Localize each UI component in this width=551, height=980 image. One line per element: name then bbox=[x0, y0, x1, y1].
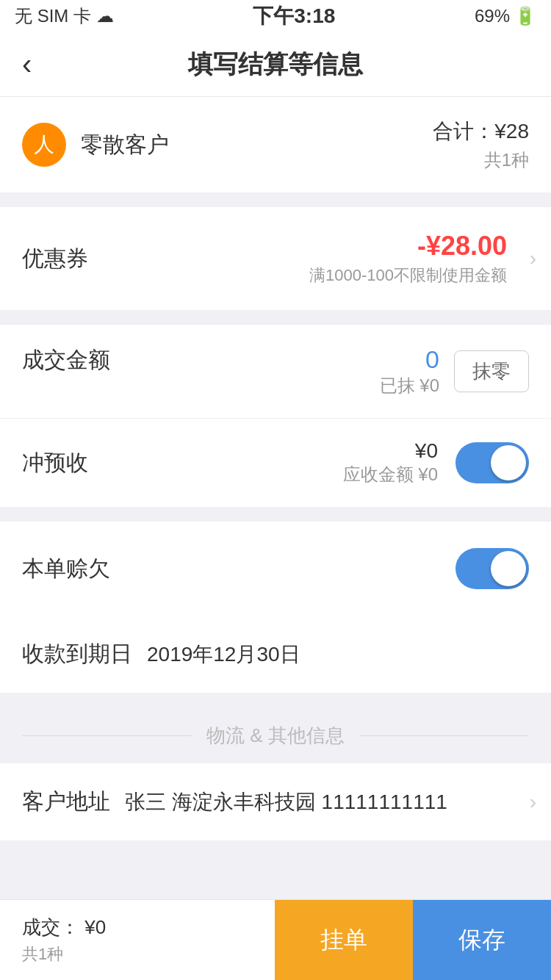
credit-section: 本单赊欠 收款到期日 2019年12月30日 bbox=[0, 522, 551, 693]
coupon-section: 优惠券 -¥28.00 满1000-100不限制使用金额 › bbox=[0, 207, 551, 310]
round-button[interactable]: 抹零 bbox=[454, 350, 529, 392]
logistics-divider: 物流 & 其他信息 bbox=[22, 723, 529, 749]
logistics-line-left bbox=[22, 735, 192, 736]
address-row[interactable]: 客户地址 张三 海淀永丰科技园 11111111111 › bbox=[0, 763, 551, 840]
back-button[interactable]: ‹ bbox=[22, 48, 32, 81]
customer-row: 人 零散客户 合计：¥28 共1种 bbox=[0, 97, 551, 192]
amount-right: 0 已抹 ¥0 抹零 bbox=[380, 345, 529, 397]
chevron-right-icon: › bbox=[530, 247, 536, 270]
customer-count: 共1种 bbox=[433, 148, 529, 172]
save-button[interactable]: 保存 bbox=[413, 900, 551, 980]
sim-status: 无 SIM 卡 ☁ bbox=[15, 4, 114, 28]
avatar-icon: 人 bbox=[34, 131, 54, 159]
coupon-sub: 满1000-100不限制使用金额 bbox=[309, 264, 507, 287]
battery-icon: 🔋 bbox=[514, 6, 536, 26]
due-date-value: 2019年12月30日 bbox=[147, 641, 529, 669]
bottom-transaction: 成交： ¥0 bbox=[22, 915, 253, 940]
coupon-label: 优惠券 bbox=[22, 244, 88, 274]
status-right: 69% 🔋 bbox=[475, 6, 536, 26]
amount-col: 0 已抹 ¥0 bbox=[380, 345, 439, 397]
main-content: 人 零散客户 合计：¥28 共1种 优惠券 -¥28.00 满1000-100不… bbox=[0, 97, 551, 929]
status-bar: 无 SIM 卡 ☁ 下午3:18 69% 🔋 bbox=[0, 0, 551, 32]
avatar: 人 bbox=[22, 123, 66, 167]
bottom-count: 共1种 bbox=[22, 943, 253, 965]
pre-receive-toggle[interactable] bbox=[455, 442, 529, 483]
amount-section: 成交金额 0 已抹 ¥0 抹零 冲预收 ¥0 应收金额 ¥0 bbox=[0, 325, 551, 507]
customer-total: 合计：¥28 bbox=[433, 118, 529, 145]
amount-label: 成交金额 bbox=[22, 345, 110, 375]
address-value: 张三 海淀永丰科技园 11111111111 bbox=[125, 788, 529, 816]
nav-bar: ‹ 填写结算等信息 bbox=[0, 32, 551, 97]
amount-sub: 已抹 ¥0 bbox=[380, 374, 439, 397]
coupon-row[interactable]: 优惠券 -¥28.00 满1000-100不限制使用金额 › bbox=[0, 207, 551, 310]
bottom-info: 成交： ¥0 共1种 bbox=[0, 900, 275, 980]
transaction-value: ¥0 bbox=[84, 916, 106, 938]
customer-left: 人 零散客户 bbox=[22, 123, 169, 167]
status-left: 无 SIM 卡 ☁ bbox=[15, 4, 114, 28]
battery-status: 69% bbox=[475, 6, 510, 26]
customer-right: 合计：¥28 共1种 bbox=[433, 118, 529, 172]
page-title: 填写结算等信息 bbox=[188, 48, 363, 82]
prerecv-sub: 应收金额 ¥0 bbox=[343, 463, 438, 486]
prerecv-right: ¥0 应收金额 ¥0 bbox=[343, 439, 529, 486]
transaction-label: 成交： bbox=[22, 916, 79, 938]
status-time: 下午3:18 bbox=[253, 2, 335, 30]
pre-receive-row: 冲预收 ¥0 应收金额 ¥0 bbox=[0, 419, 551, 507]
due-date-label: 收款到期日 bbox=[22, 639, 132, 669]
hang-button[interactable]: 挂单 bbox=[275, 900, 413, 980]
logistics-section: 物流 & 其他信息 bbox=[0, 708, 551, 763]
due-date-row: 收款到期日 2019年12月30日 bbox=[0, 616, 551, 693]
amount-value: 0 bbox=[425, 345, 439, 374]
pre-receive-label: 冲预收 bbox=[22, 448, 88, 478]
address-chevron-icon: › bbox=[530, 790, 536, 814]
logistics-label: 物流 & 其他信息 bbox=[206, 723, 345, 749]
prerecv-value: ¥0 bbox=[343, 439, 438, 463]
address-label: 客户地址 bbox=[22, 787, 110, 817]
bottom-bar: 成交： ¥0 共1种 挂单 保存 bbox=[0, 899, 551, 980]
coupon-value: -¥28.00 bbox=[417, 231, 507, 262]
credit-toggle[interactable] bbox=[455, 548, 529, 589]
credit-label: 本单赊欠 bbox=[22, 554, 110, 584]
amount-row: 成交金额 0 已抹 ¥0 抹零 bbox=[0, 325, 551, 419]
logistics-line-right bbox=[359, 735, 529, 736]
customer-name: 零散客户 bbox=[81, 130, 169, 160]
prerecv-amounts: ¥0 应收金额 ¥0 bbox=[343, 439, 438, 486]
credit-row: 本单赊欠 bbox=[0, 522, 551, 616]
